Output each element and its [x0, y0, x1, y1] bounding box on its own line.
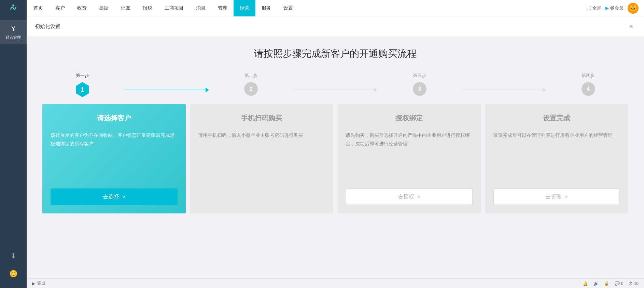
card-title-3: 授权绑定 [346, 114, 473, 123]
status-bar-left: ▶ 完成 [32, 280, 45, 286]
sidebar-bottom: ⬇ 😊 [0, 247, 27, 288]
status-label: 完成 [37, 280, 45, 286]
btn-label-4: 去管理 [545, 193, 562, 200]
main-content: 请按照步骤完成新客户的开通购买流程 第一步 1 第二步 2 [27, 37, 644, 278]
status-bar: ▶ 完成 🔔 🔊 🔒 💬 0 ⏱ 10 [27, 278, 644, 288]
fullscreen-icon: ⛶ [587, 5, 591, 11]
member-label: 畅会员 [610, 5, 624, 11]
play-icon: ▶ [605, 5, 609, 11]
step-circle-3: 3 [413, 82, 426, 96]
page-title: 初始化设置 [35, 23, 60, 30]
card-desc-3: 请先购买，购买后选择开通的产品中的企业用户进行授权绑定，成功后即可进行经营管理 [346, 131, 473, 182]
volume-icon[interactable]: 🔊 [593, 281, 599, 286]
step-wrapper-4: 第四步 4 [546, 73, 630, 96]
play-status-icon: ▶ [32, 281, 35, 286]
fullscreen-button[interactable]: ⛶ 全屏 [587, 5, 601, 11]
card-title-1: 请选择客户 [51, 114, 178, 123]
nav-item-account[interactable]: 记账 [115, 0, 137, 16]
flow-title: 请按照步骤完成新客户的开通购买流程 [40, 47, 630, 60]
card-desc-4: 设置完成后可以在管理列表进行所有企业用户的经营管理 [493, 131, 620, 182]
nav-item-message[interactable]: 消息 [190, 0, 212, 16]
sidebar-item-download[interactable]: ⬇ [0, 247, 27, 265]
svg-point-1 [12, 4, 14, 6]
card-desc-2: 请用手机扫码，输入小微企业主账号密码进行购买 [198, 131, 325, 205]
step-card-1: 请选择客户 该处展示的客户为不在回收站、客户状态正常建账后完成老板端绑定的所有客… [42, 104, 186, 213]
arrow-head-2 [374, 88, 377, 92]
nav-item-service[interactable]: 服务 [255, 0, 277, 16]
step-label-3: 第三步 [413, 73, 426, 79]
step-circle-2: 2 [244, 82, 258, 96]
main-layout: ¥ 经营管理 ⬇ 😊 初始化设置 × 请按照步骤完成新客户的开通购买流程 [0, 16, 644, 288]
btn-arrow-1: > [122, 194, 125, 200]
avatar[interactable]: 🐱 [628, 3, 639, 14]
nav-item-settings[interactable]: 设置 [277, 0, 299, 16]
nav-item-business[interactable]: 工商项目 [158, 0, 190, 16]
nav-item-manage[interactable]: 管理 [212, 0, 234, 16]
status-bar-right: 🔔 🔊 🔒 💬 0 ⏱ 10 [583, 281, 639, 286]
sidebar: ¥ 经营管理 ⬇ 😊 [0, 16, 27, 288]
nav-menu: 首页 客户 收费 票据 记账 报税 工商项目 消息 管理 经营 服务 设置 [27, 0, 299, 16]
sidebar-item-operation[interactable]: ¥ 经营管理 [0, 20, 27, 44]
nav-item-home[interactable]: 首页 [27, 0, 49, 16]
step-wrapper-2: 第二步 2 [209, 73, 293, 96]
logo[interactable] [0, 0, 27, 16]
step-label-4: 第四步 [582, 73, 595, 79]
chat-icon[interactable]: 💬 0 [615, 281, 623, 286]
nav-item-tax[interactable]: 报税 [137, 0, 158, 16]
content-area: 初始化设置 × 请按照步骤完成新客户的开通购买流程 第一步 1 [27, 16, 644, 288]
step-card-2: 手机扫码购买 请用手机扫码，输入小微企业主账号密码进行购买 [190, 104, 333, 213]
avatar-icon: 🐱 [629, 4, 637, 12]
nav-right-area: ⛶ 全屏 ▶ 畅会员 🐱 [587, 3, 644, 14]
arrow-line-3 [462, 90, 543, 90]
nav-item-bill[interactable]: 票据 [93, 0, 115, 16]
close-button[interactable]: × [626, 21, 636, 32]
notification-icon[interactable]: 🔔 [583, 281, 588, 286]
step-label-2: 第二步 [244, 73, 258, 79]
sidebar-item-support[interactable]: 😊 [0, 265, 27, 283]
fullscreen-label: 全屏 [592, 5, 601, 11]
download-icon: ⬇ [9, 251, 18, 261]
support-icon: 😊 [9, 269, 18, 278]
goto-manage-button[interactable]: 去管理 > [493, 188, 620, 205]
sidebar-item-label: 经营管理 [6, 35, 21, 40]
step-card-3: 授权绑定 请先购买，购买后选择开通的产品中的企业用户进行授权绑定，成功后即可进行… [337, 104, 481, 213]
cards-container: 请选择客户 该处展示的客户为不在回收站、客户状态正常建账后完成老板端绑定的所有客… [40, 104, 630, 213]
goto-auth-button[interactable]: 去授权 > [346, 188, 473, 205]
btn-label-1: 去选择 [103, 193, 119, 200]
card-title-4: 设置完成 [493, 114, 620, 123]
nav-item-customer[interactable]: 客户 [49, 0, 71, 16]
member-button[interactable]: ▶ 畅会员 [605, 5, 624, 11]
nav-item-operation[interactable]: 经营 [234, 0, 255, 16]
btn-label-3: 去授权 [398, 193, 414, 200]
step-circle-4: 4 [582, 82, 595, 96]
top-navigation: 首页 客户 收费 票据 记账 报税 工商项目 消息 管理 经营 服务 设置 ⛶ … [0, 0, 644, 16]
step-label-1: 第一步 [76, 73, 89, 79]
nav-item-fee[interactable]: 收费 [71, 0, 93, 16]
arrow-line-1 [125, 90, 206, 90]
goto-select-button[interactable]: 去选择 > [51, 188, 178, 205]
steps-container: 第一步 1 第二步 2 [40, 73, 630, 97]
timer-icon[interactable]: ⏱ 10 [629, 281, 639, 286]
arrow-head-3 [543, 88, 546, 92]
step-circle-1: 1 [75, 82, 90, 97]
step-card-4: 设置完成 设置完成后可以在管理列表进行所有企业用户的经营管理 去管理 > [485, 104, 628, 213]
card-title-2: 手机扫码购买 [198, 114, 325, 123]
btn-arrow-3: > [417, 194, 420, 200]
arrow-line-2 [293, 90, 374, 90]
yuan-icon: ¥ [9, 24, 18, 34]
btn-arrow-4: > [564, 194, 568, 200]
step-wrapper-3: 第三步 3 [377, 73, 462, 96]
arrow-head-1 [206, 88, 209, 92]
page-header: 初始化设置 × [27, 16, 644, 37]
step-wrapper-1: 第一步 1 [40, 73, 125, 97]
lock-icon[interactable]: 🔒 [604, 281, 609, 286]
card-desc-1: 该处展示的客户为不在回收站、客户状态正常建账后完成老板端绑定的所有客户 [51, 131, 178, 182]
